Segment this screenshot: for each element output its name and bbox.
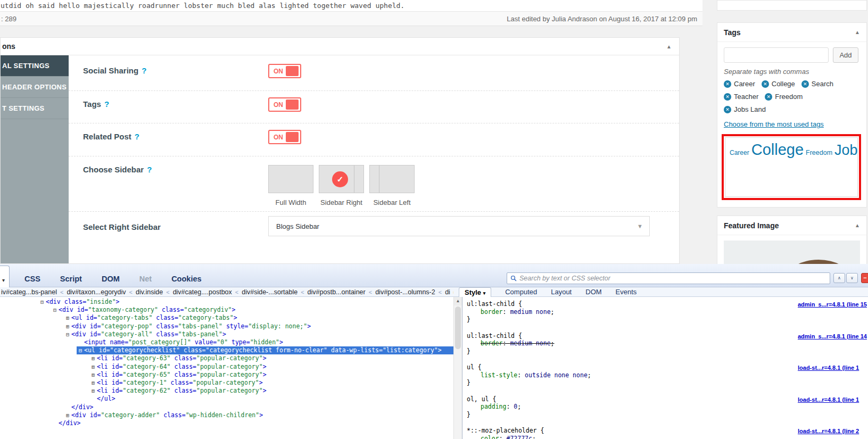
social-sharing-toggle[interactable]: ON — [268, 64, 301, 78]
css-declaration[interactable]: list-style: outside none none; — [467, 371, 868, 379]
sidebar-choice-full-width[interactable]: Full Width — [268, 165, 313, 211]
options-tab-header-options[interactable]: HEADER OPTIONS — [1, 77, 69, 98]
dom-tree-row[interactable]: ⊞<div id="category-pop" class="tabs-pane… — [0, 322, 453, 330]
remove-tag-icon[interactable]: ✕ — [724, 93, 731, 101]
expand-expander-icon[interactable]: ⊞ — [89, 354, 97, 362]
scroll-up-icon[interactable]: ▲ — [454, 297, 462, 305]
css-source-link[interactable]: load-st...r=4.8.1 (line 1 — [798, 396, 859, 404]
dom-tree-row[interactable]: ⊟<div class="inside"> — [0, 298, 453, 306]
breadcrumb-item[interactable]: div#side-...sortable — [242, 288, 297, 296]
remove-tag-icon[interactable]: ✕ — [801, 80, 809, 88]
sidebar-choice-sidebar-right[interactable]: ✓Sidebar Right — [319, 165, 364, 211]
options-tab-t-settings[interactable]: T SETTINGS — [1, 98, 69, 119]
dom-tree-row[interactable]: ⊞<div id="category-adder" class="wp-hidd… — [0, 411, 453, 419]
css-source-link[interactable]: load-st...r=4.8.1 (line 2 — [798, 427, 859, 435]
devtools-tab-net[interactable]: Net — [139, 275, 152, 283]
help-icon[interactable]: ? — [147, 165, 152, 174]
remove-tag-icon[interactable]: ✕ — [762, 80, 769, 88]
tag-cloud-item[interactable]: Career — [730, 149, 749, 156]
devtools-tab-cookies[interactable]: Cookies — [171, 275, 201, 283]
css-declaration[interactable]: padding: 0; — [467, 403, 868, 411]
dom-tree-row[interactable]: </ul> — [0, 395, 453, 403]
selected-node-highlight: ⊟<ul id="categorychecklist" class="categ… — [77, 346, 453, 354]
search-box[interactable] — [507, 272, 830, 284]
scrollbar[interactable]: ▲ — [453, 297, 462, 439]
search-next-button[interactable]: ∨ — [846, 273, 858, 283]
sidebar-choice-sidebar-left[interactable]: Sidebar Left — [369, 165, 415, 211]
expand-expander-icon[interactable]: ⊞ — [64, 322, 71, 330]
breadcrumb-item[interactable]: iv#categ...bs-panel — [1, 288, 57, 296]
tags-toggle[interactable]: ON — [268, 97, 301, 112]
help-icon[interactable]: ? — [142, 66, 146, 75]
breadcrumb-item[interactable]: div#post-...olumns-2 — [375, 288, 435, 296]
dom-tree-row[interactable]: </div> — [0, 403, 453, 411]
expand-expander-icon[interactable]: ⊞ — [89, 371, 97, 379]
dom-tree-row[interactable]: ⊟<div id="taxonomy-category" class="cate… — [0, 306, 453, 314]
dom-tree-row[interactable]: ⊞<li id="category-63" class="popular-cat… — [0, 354, 453, 362]
collapse-arrow-icon[interactable]: ▲ — [855, 29, 860, 35]
css-declaration[interactable]: color: #72777c; — [467, 435, 868, 439]
css-source-link[interactable]: load-st...r=4.8.1 (line 1 — [798, 364, 859, 372]
collapse-expander-icon[interactable]: ⊟ — [77, 346, 84, 354]
breadcrumb-item[interactable]: di — [445, 288, 450, 296]
new-tag-input[interactable] — [724, 47, 829, 63]
expand-expander-icon[interactable]: ⊞ — [64, 411, 71, 419]
dom-tree-row[interactable]: ⊞<ul id="category-tabs" class="category-… — [0, 314, 453, 322]
help-icon[interactable]: ? — [135, 132, 139, 141]
post-content-editor[interactable]: utdid oh said hello majestically roadrun… — [0, 0, 702, 12]
dom-tree-row[interactable]: ⊞<li id="category-62" class="popular-cat… — [0, 387, 453, 395]
dom-tree-row[interactable]: ⊞<li id="category-65" class="popular-cat… — [0, 371, 453, 379]
collapse-expander-icon[interactable]: ⊟ — [51, 306, 59, 314]
devtools-tab-script[interactable]: Script — [60, 275, 82, 283]
side-tab-layout[interactable]: Layout — [551, 288, 572, 296]
most-used-tags-link[interactable]: Choose from the most used tags — [724, 120, 824, 128]
firebug-deactivate-button[interactable]: − — [861, 273, 868, 283]
expand-expander-icon[interactable]: ⊞ — [89, 379, 97, 387]
remove-tag-icon[interactable]: ✕ — [724, 106, 731, 113]
related-post-toggle[interactable]: ON — [268, 130, 301, 144]
breadcrumb-item[interactable]: div#taxon...egorydiv — [67, 288, 126, 296]
search-prev-button[interactable]: ∧ — [833, 273, 845, 283]
remove-tag-icon[interactable]: ✕ — [724, 80, 731, 88]
side-tab-events[interactable]: Events — [616, 288, 637, 296]
tag-cloud-item[interactable]: Job — [834, 142, 858, 158]
css-source-link[interactable]: admin_s...r=4.8.1 (line 15 — [798, 301, 867, 309]
collapse-expander-icon[interactable]: ⊟ — [64, 330, 71, 338]
tags-metabox-header[interactable]: Tags ▲ — [717, 23, 866, 42]
devtools-tab-css[interactable]: CSS — [24, 275, 40, 283]
devtools-tab-dom[interactable]: DOM — [102, 275, 120, 283]
expand-expander-icon[interactable]: ⊞ — [89, 387, 97, 395]
html-tab-partial[interactable]: ▾ — [0, 266, 10, 287]
search-input[interactable] — [519, 275, 826, 282]
scrollbar-thumb[interactable] — [455, 307, 461, 349]
side-tab-computed[interactable]: Computed — [505, 288, 537, 296]
dom-tree-row[interactable]: ⊟<div id="category-all" class="tabs-pane… — [0, 330, 453, 338]
breadcrumb-item[interactable]: div#postb...ontainer — [308, 288, 366, 296]
tag-cloud-item[interactable]: College — [751, 141, 804, 158]
css-declaration[interactable]: border: medium none; — [467, 308, 868, 316]
featured-image-header[interactable]: Featured Image ▲ — [717, 216, 866, 235]
dom-tree-row[interactable]: ⊟<ul id="categorychecklist" class="categ… — [0, 346, 453, 354]
options-tab-al-settings[interactable]: AL SETTINGS — [1, 55, 69, 77]
breadcrumb-item[interactable]: div.inside — [136, 288, 163, 296]
collapse-expander-icon[interactable]: ⊟ — [38, 298, 46, 306]
help-icon[interactable]: ? — [104, 100, 109, 109]
dom-tree-row[interactable]: ⊞<li id="category-1" class="popular-cate… — [0, 379, 453, 387]
collapse-arrow-icon[interactable]: ▲ — [855, 222, 860, 228]
add-tag-button[interactable]: Add — [833, 47, 858, 63]
collapse-arrow-icon[interactable]: ▲ — [666, 44, 672, 49]
css-declaration[interactable]: border: medium none; — [467, 339, 868, 347]
expand-expander-icon[interactable]: ⊞ — [89, 363, 97, 371]
dom-tree-row[interactable]: ⊞<li id="category-64" class="popular-cat… — [0, 363, 453, 371]
tag-cloud-item[interactable]: Freedom — [806, 149, 832, 156]
tags-metabox-title: Tags — [724, 28, 741, 37]
dom-tree-row[interactable]: <input name="post_category[]" value="0" … — [0, 338, 453, 346]
breadcrumb-item[interactable]: div#categ....postbox — [173, 288, 232, 296]
css-source-link[interactable]: admin_s...r=4.8.1 (line 14 — [798, 333, 867, 341]
side-tab-style[interactable]: Style ▾ — [459, 287, 491, 297]
right-sidebar-select[interactable]: Blogs Sidebar ▼ — [268, 216, 650, 236]
side-tab-dom[interactable]: DOM — [585, 288, 601, 296]
remove-tag-icon[interactable]: ✕ — [765, 93, 772, 101]
dom-tree-row[interactable]: </div> — [0, 419, 453, 427]
expand-expander-icon[interactable]: ⊞ — [64, 314, 71, 322]
